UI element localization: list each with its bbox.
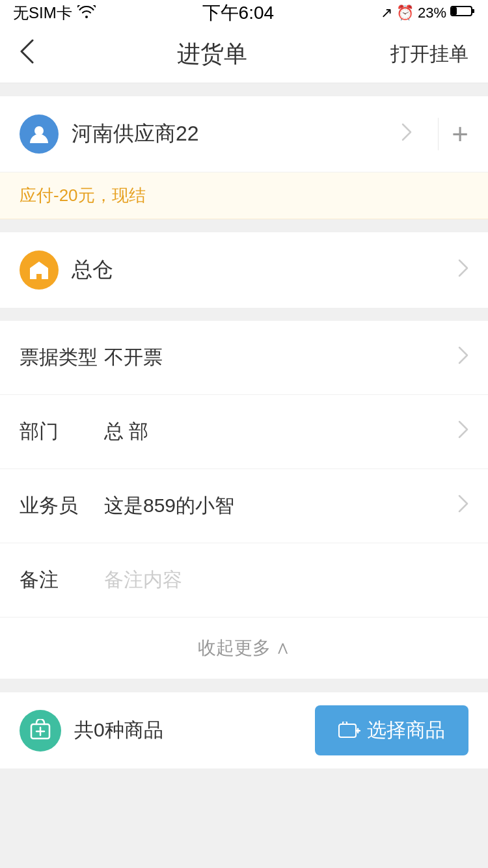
- sales-value: 这是859的小智: [104, 493, 458, 519]
- open-pending-button[interactable]: 打开挂单: [390, 41, 468, 68]
- product-count-label: 共0种商品: [74, 717, 315, 744]
- battery-icon: [450, 5, 475, 21]
- alarm-icon: ⏰: [396, 5, 414, 21]
- nav-bar: 进货单 打开挂单: [0, 26, 488, 83]
- status-time: 下午6:04: [202, 1, 275, 25]
- supplier-chevron-icon: [401, 123, 412, 146]
- warehouse-row[interactable]: 总仓: [0, 232, 488, 308]
- status-left: 无SIM卡: [13, 3, 96, 23]
- department-label: 部门: [20, 418, 104, 445]
- sales-row[interactable]: 业务员 这是859的小智: [0, 469, 488, 543]
- section-gap-1: [0, 83, 488, 96]
- notice-bar: 应付-20元，现结: [0, 172, 488, 219]
- status-right: ↗ ⏰ 23%: [381, 5, 475, 21]
- supplier-divider: [438, 118, 439, 150]
- svg-rect-7: [339, 724, 356, 737]
- invoice-chevron-icon: [458, 346, 468, 369]
- sales-label: 业务员: [20, 493, 104, 519]
- warehouse-name: 总仓: [72, 256, 458, 284]
- status-bar: 无SIM卡 下午6:04 ↗ ⏰ 23%: [0, 0, 488, 26]
- department-value: 总 部: [104, 418, 458, 445]
- back-button[interactable]: [20, 39, 34, 70]
- select-product-label: 选择商品: [367, 717, 445, 744]
- page-title: 进货单: [177, 38, 247, 70]
- invoice-value: 不开票: [104, 344, 458, 371]
- remark-input[interactable]: 备注内容: [104, 567, 468, 593]
- wifi-icon: [77, 4, 96, 22]
- supplier-name: 河南供应商22: [72, 120, 401, 148]
- supplier-row[interactable]: 河南供应商22 +: [0, 96, 488, 172]
- supplier-section: 河南供应商22 + 应付-20元，现结: [0, 96, 488, 219]
- section-gap-4: [0, 679, 488, 692]
- location-icon: ↗: [381, 5, 392, 21]
- svg-rect-1: [472, 9, 474, 13]
- invoice-row[interactable]: 票据类型 不开票: [0, 321, 488, 395]
- bottom-bar: 共0种商品 选择商品: [0, 692, 488, 768]
- warehouse-icon: [20, 251, 59, 290]
- notice-text: 应付-20元，现结: [20, 185, 146, 205]
- carrier-label: 无SIM卡: [13, 3, 72, 23]
- department-row[interactable]: 部门 总 部: [0, 395, 488, 469]
- form-section: 票据类型 不开票 部门 总 部 业务员 这是859的小智 备注 备注内容: [0, 321, 488, 617]
- section-gap-3: [0, 308, 488, 321]
- warehouse-chevron-icon: [458, 259, 468, 282]
- sales-chevron-icon: [458, 495, 468, 517]
- collapse-button[interactable]: 收起更多 ∧: [0, 617, 488, 679]
- remark-row[interactable]: 备注 备注内容: [0, 543, 488, 617]
- invoice-label: 票据类型: [20, 344, 104, 371]
- section-gap-2: [0, 219, 488, 232]
- svg-point-3: [34, 126, 44, 135]
- add-supplier-button[interactable]: +: [452, 120, 468, 148]
- battery-label: 23%: [418, 5, 446, 21]
- warehouse-section: 总仓: [0, 232, 488, 308]
- svg-rect-2: [452, 7, 457, 15]
- supplier-avatar: [20, 115, 59, 154]
- select-product-button[interactable]: 选择商品: [315, 705, 468, 755]
- remark-label: 备注: [20, 567, 104, 593]
- product-icon: [20, 710, 61, 752]
- department-chevron-icon: [458, 420, 468, 443]
